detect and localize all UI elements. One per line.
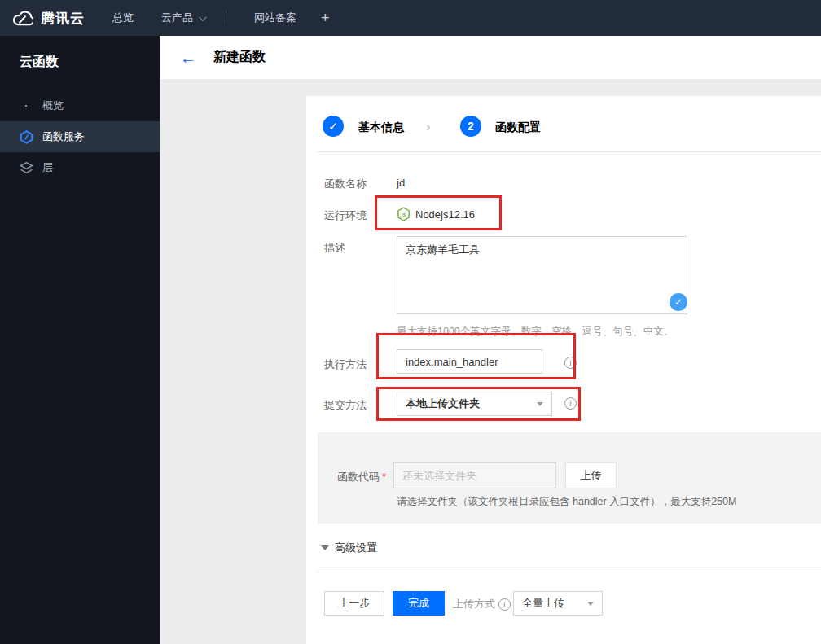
handler-info-icon[interactable]: i <box>564 357 577 369</box>
submit-method-label: 提交方法 <box>324 398 367 413</box>
description-label: 描述 <box>324 241 345 256</box>
caret-down-icon <box>537 402 543 406</box>
finish-button[interactable]: 完成 <box>393 591 445 616</box>
submit-method-info-icon[interactable]: i <box>564 397 577 410</box>
svg-text:js: js <box>400 211 406 218</box>
sidebar-item-overview[interactable]: 概览 <box>0 90 160 121</box>
page-title: 新建函数 <box>213 49 266 66</box>
function-code-section: 函数代码* 上传 请选择文件夹（该文件夹根目录应包含 handler 入口文件）… <box>318 432 821 524</box>
sidebar-item-label: 层 <box>42 160 53 175</box>
submit-method-value: 本地上传文件夹 <box>406 396 480 411</box>
upload-mode-label-wrap: 上传方式 i <box>453 597 511 611</box>
upload-mode-select[interactable]: 全量上传 <box>513 591 603 616</box>
tencent-cloud-logo-icon <box>11 9 33 27</box>
function-name-value: jd <box>397 177 405 189</box>
caret-down-icon <box>587 602 594 606</box>
step2-number: 2 <box>460 116 481 137</box>
triangle-down-icon <box>321 545 329 550</box>
upload-mode-label: 上传方式 <box>453 597 495 611</box>
sidebar: 云函数 概览 函数服务 <box>0 36 160 644</box>
step1-done-icon: ✓ <box>323 116 344 137</box>
grid-icon <box>20 99 33 113</box>
upload-button[interactable]: 上传 <box>565 462 617 488</box>
page-header: ← 新建函数 <box>160 36 821 79</box>
nav-item-overview[interactable]: 总览 <box>112 11 134 25</box>
footer-divider <box>318 572 821 572</box>
nav-item-cloud-products[interactable]: 云产品 <box>161 11 204 25</box>
step-chevron-icon: › <box>426 119 431 135</box>
content-area: ✓ 基本信息 › 2 函数配置 函数名称 jd 运行环境 js Nodejs12… <box>160 79 821 644</box>
handler-input[interactable] <box>397 349 542 374</box>
function-code-hint: 请选择文件夹（该文件夹根目录应包含 handler 入口文件），最大支持250M <box>397 495 736 509</box>
sidebar-item-function-service[interactable]: 函数服务 <box>0 121 160 152</box>
screen: 腾讯云 总览 云产品 网站备案 + 云函数 概览 <box>0 0 821 644</box>
submit-method-select[interactable]: 本地上传文件夹 <box>397 392 552 416</box>
upload-mode-info-icon[interactable]: i <box>498 598 511 611</box>
nav-add-icon[interactable]: + <box>321 10 330 27</box>
form-panel: ✓ 基本信息 › 2 函数配置 函数名称 jd 运行环境 js Nodejs12… <box>306 96 821 644</box>
sidebar-item-layers[interactable]: 层 <box>0 152 160 183</box>
required-asterisk: * <box>382 471 386 483</box>
folder-path-input[interactable] <box>393 462 556 488</box>
advanced-settings-label: 高级设置 <box>335 541 377 555</box>
previous-step-button[interactable]: 上一步 <box>324 591 384 616</box>
valid-check-icon: ✓ <box>670 293 687 311</box>
steps-divider <box>318 151 821 152</box>
brand-name: 腾讯云 <box>41 9 85 28</box>
layers-icon <box>20 161 33 175</box>
handler-label: 执行方法 <box>324 357 367 372</box>
back-arrow-icon[interactable]: ← <box>180 50 196 66</box>
nav-divider <box>226 11 226 25</box>
upload-mode-value: 全量上传 <box>522 596 564 611</box>
brand[interactable]: 腾讯云 <box>11 9 85 28</box>
nodejs-icon: js <box>397 207 410 225</box>
step1-label: 基本信息 <box>358 120 404 135</box>
top-navbar: 腾讯云 总览 云产品 网站备案 + <box>0 0 821 36</box>
function-hexagon-icon <box>20 130 33 144</box>
sidebar-title: 云函数 <box>0 36 160 71</box>
sidebar-item-label: 函数服务 <box>42 129 85 144</box>
function-name-label: 函数名称 <box>324 177 367 191</box>
chevron-down-icon <box>199 13 207 21</box>
description-hint: 最大支持1000个英文字母、数字、空格、逗号、句号、中文。 <box>397 325 674 339</box>
function-code-label: 函数代码* <box>337 470 386 484</box>
description-textarea[interactable]: 京东薅羊毛工具 <box>397 236 687 314</box>
runtime-value: Nodejs12.16 <box>415 208 475 221</box>
sidebar-item-label: 概览 <box>42 99 64 113</box>
advanced-settings-toggle[interactable]: 高级设置 <box>321 541 377 555</box>
step2-label: 函数配置 <box>495 120 541 135</box>
nav-item-website-record[interactable]: 网站备案 <box>254 11 296 25</box>
runtime-label: 运行环境 <box>324 208 367 223</box>
